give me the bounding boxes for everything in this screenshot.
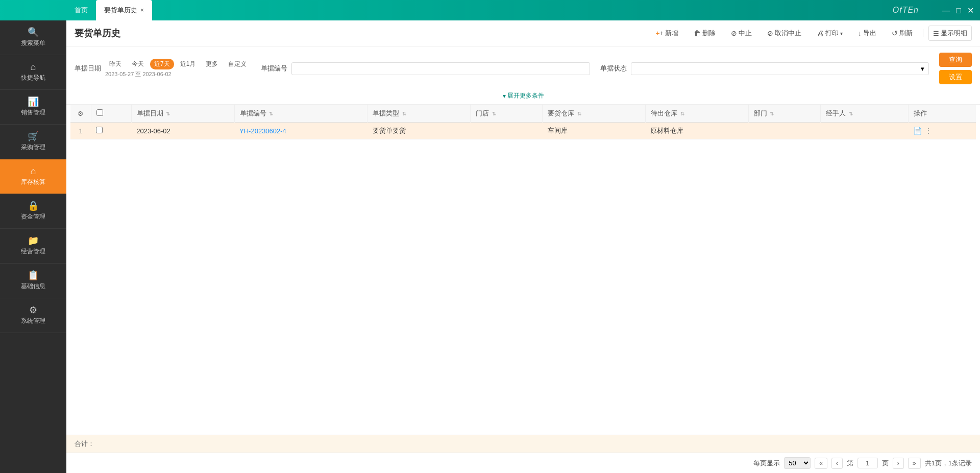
- settings-button[interactable]: 设置: [939, 70, 972, 84]
- th-store: 门店 ⇅: [470, 105, 542, 123]
- toolbar-divider: [923, 29, 923, 37]
- sidebar-item-label: 采购管理: [21, 143, 45, 152]
- sidebar-item-finance[interactable]: 🔒 资金管理: [0, 194, 66, 229]
- basic-info-icon: 📋: [28, 271, 39, 280]
- date-opt-more[interactable]: 更多: [202, 59, 222, 69]
- sidebar-item-system[interactable]: ⚙ 系统管理: [0, 298, 66, 333]
- cancel-stop-button[interactable]: ⊘ 取消中止: [762, 26, 806, 40]
- date-opt-yesterday[interactable]: 昨天: [105, 59, 126, 69]
- docno-sort-icon[interactable]: ⇅: [269, 111, 273, 116]
- per-page-label: 每页显示: [753, 459, 780, 468]
- row-select-checkbox[interactable]: [96, 127, 103, 133]
- row-department: [748, 123, 820, 139]
- inventory-icon: ⌂: [31, 167, 36, 176]
- cancel-stop-icon: ⊘: [767, 29, 773, 37]
- sidebar-item-quicknav[interactable]: ⌂ 快捷导航: [0, 55, 66, 90]
- first-page-btn[interactable]: «: [815, 458, 827, 469]
- page-label: 第: [847, 459, 853, 468]
- expand-more-icon: ▾: [503, 92, 506, 100]
- th-actions: 操作: [908, 105, 976, 123]
- sidebar-item-label: 经营管理: [21, 247, 45, 256]
- per-page-select[interactable]: 50 20 100 200: [784, 457, 811, 469]
- tab-close-icon[interactable]: ×: [140, 7, 144, 14]
- row-doc-type: 要货单要货: [368, 123, 471, 139]
- store-sort-icon[interactable]: ⇅: [492, 111, 496, 116]
- date-sort-icon[interactable]: ⇅: [166, 111, 170, 116]
- add-button[interactable]: + + 新增: [651, 26, 683, 40]
- print-dropdown-icon: ▾: [840, 31, 843, 36]
- search-menu-icon: 🔍: [28, 28, 39, 37]
- select-all-checkbox[interactable]: [96, 109, 103, 116]
- th-pending-warehouse: 待出仓库 ⇅: [645, 105, 748, 123]
- date-opt-today[interactable]: 今天: [128, 59, 148, 69]
- page-header: 要货单历史 + + 新增 🗑 删除 ⊘ 中止 ⊘ 取消中止: [66, 20, 980, 46]
- tab-req-history[interactable]: 要货单历史 ×: [96, 0, 152, 20]
- sidebar-item-inventory[interactable]: ⌂ 库存核算: [0, 159, 66, 194]
- th-handler: 经手人 ⇅: [821, 105, 909, 123]
- filter-area: 单据日期 昨天 今天 近7天 近1月 更多 自定义 2023-05-27 至 2…: [66, 46, 980, 105]
- maximize-btn[interactable]: □: [956, 6, 961, 15]
- date-range-display: 2023-05-27 至 2023-06-02: [105, 70, 251, 78]
- sidebar-item-purchase[interactable]: 🛒 采购管理: [0, 125, 66, 159]
- sidebar-item-label: 库存核算: [21, 178, 45, 186]
- edit-icon[interactable]: 📄: [913, 127, 922, 135]
- last-page-btn[interactable]: »: [908, 458, 921, 469]
- delete-button[interactable]: 🗑 删除: [689, 26, 721, 40]
- page-input[interactable]: [857, 458, 878, 468]
- row-actions: 📄 ⋮: [908, 123, 976, 139]
- sidebar-item-basic-info[interactable]: 📋 基础信息: [0, 264, 66, 298]
- top-bar: 首页 要货单历史 × OfTEn — □ ✕: [0, 0, 980, 20]
- more-icon[interactable]: ⋮: [925, 127, 932, 135]
- doc-no-link[interactable]: YH-20230602-4: [239, 127, 286, 135]
- row-store: [470, 123, 542, 139]
- doc-number-input[interactable]: [291, 62, 590, 75]
- stop-button[interactable]: ⊘ 中止: [726, 26, 757, 40]
- filter-row-1: 单据日期 昨天 今天 近7天 近1月 更多 自定义 2023-05-27 至 2…: [75, 53, 972, 84]
- refresh-button[interactable]: ↺ 刷新: [887, 26, 918, 40]
- th-settings[interactable]: ⚙: [70, 105, 91, 123]
- purchase-icon: 🛒: [28, 132, 39, 141]
- print-button[interactable]: 🖨 打印 ▾: [812, 26, 848, 40]
- reqwh-sort-icon[interactable]: ⇅: [577, 111, 581, 116]
- next-page-btn[interactable]: ›: [893, 458, 904, 469]
- th-checkbox[interactable]: [91, 105, 131, 123]
- handler-sort-icon[interactable]: ⇅: [849, 111, 853, 116]
- expand-more[interactable]: ▾ 展开更多条件: [75, 89, 972, 104]
- status-select[interactable]: ▾: [631, 62, 929, 75]
- minimize-btn[interactable]: —: [942, 6, 950, 15]
- query-button[interactable]: 查询: [939, 53, 972, 67]
- date-opt-1month[interactable]: 近1月: [176, 59, 200, 69]
- prev-page-btn[interactable]: ‹: [831, 458, 843, 469]
- export-button[interactable]: ↓ 导出: [853, 26, 881, 40]
- tab-home[interactable]: 首页: [66, 0, 96, 20]
- date-opt-custom[interactable]: 自定义: [224, 59, 251, 69]
- date-opt-7days[interactable]: 近7天: [150, 59, 174, 69]
- row-checkbox[interactable]: [91, 123, 131, 139]
- display-cell-icon: ☰: [933, 30, 939, 37]
- brand-label: OfTEn: [893, 6, 919, 15]
- doc-number-filter-group: 单据编号: [261, 62, 590, 75]
- th-req-warehouse: 要货仓库 ⇅: [543, 105, 646, 123]
- table-footer: 合计：: [66, 435, 980, 453]
- status-select-arrow: ▾: [921, 65, 924, 73]
- window-controls: — □ ✕: [942, 6, 974, 15]
- table-row: 1 2023-06-02 YH-20230602-4 要货单要货 车间库 原材料…: [70, 123, 976, 139]
- sidebar-item-search[interactable]: 🔍 搜索菜单: [0, 20, 66, 55]
- total-label: 合计：: [75, 440, 94, 447]
- doctype-sort-icon[interactable]: ⇅: [402, 111, 406, 116]
- dept-sort-icon[interactable]: ⇅: [770, 111, 774, 116]
- main-layout: 🔍 搜索菜单 ⌂ 快捷导航 📊 销售管理 🛒 采购管理 ⌂ 库存核算 🔒 资金管…: [0, 20, 980, 473]
- close-btn[interactable]: ✕: [967, 6, 974, 15]
- display-cell-button[interactable]: ☰ 显示明细: [928, 26, 972, 41]
- page-suffix: 页: [882, 459, 889, 468]
- delete-icon: 🗑: [694, 29, 701, 37]
- finance-icon: 🔒: [28, 201, 39, 210]
- row-pending-warehouse: 原材料仓库: [645, 123, 748, 139]
- status-label: 单据状态: [600, 64, 627, 73]
- sidebar-item-operations[interactable]: 📁 经营管理: [0, 229, 66, 264]
- row-date: 2023-06-02: [131, 123, 234, 139]
- sidebar-item-sales[interactable]: 📊 销售管理: [0, 90, 66, 125]
- operations-icon: 📁: [28, 236, 39, 245]
- th-doc-no: 单据编号 ⇅: [234, 105, 367, 123]
- pendwh-sort-icon[interactable]: ⇅: [680, 111, 684, 116]
